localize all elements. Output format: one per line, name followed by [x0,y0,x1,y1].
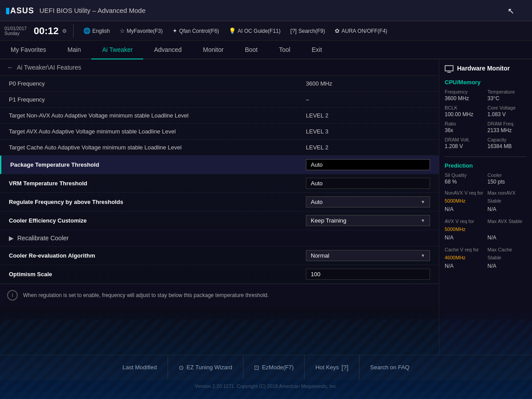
header: ▮ASUS UEFI BIOS Utility – Advanced Mode [0,0,532,21]
reg-freq-arrow-icon: ▼ [421,200,425,204]
nav-ai-tweaker[interactable]: Ai Tweaker [91,41,143,59]
setting-label-p1: P1 Frequency [9,96,306,103]
setting-row-p1: P1 Frequency – [0,92,439,108]
dram-volt-cap-grid: DRAM Volt. Capacity 1.208 V 16384 MB [445,137,527,149]
dram-volt-label: DRAM Volt. [445,137,484,142]
search-button[interactable]: [?] Search(F9) [287,26,329,35]
recalibrate-section-header[interactable]: ▶ Recalibrate Cooler [0,230,439,246]
setting-row-avx: Target AVX Auto Adaptive Voltage minimum… [0,124,439,140]
setting-label-vrm-temp: VRM Temperature Threshold [9,180,306,187]
avx-right-value: N/A [488,235,527,241]
ez-tuning-wizard-button[interactable]: ⊙ EZ Tuning Wizard [168,355,243,379]
last-modified-button[interactable]: Last Modified [112,355,168,379]
capacity-label: Capacity [488,137,527,142]
section-expand-icon: ▶ [9,235,14,242]
version-bar: Version 2.20.1271. Copyright (C) 2018 Am… [0,379,532,392]
avx-right-label: Max AVX Stable [488,219,523,224]
info-icon: i [7,290,18,301]
pkg-temp-input[interactable] [306,159,430,170]
setting-row-cooler-reval[interactable]: Cooler Re-evaluation Algorithm Normal ▼ [0,246,439,265]
cooler-reval-select[interactable]: Normal ▼ [306,250,430,261]
content-area: ← Ai Tweaker\AI Features P0 Frequency 36… [0,59,439,355]
setting-value-p1: – [306,96,430,103]
aioc-button[interactable]: 💡 AI OC Guide(F11) [225,26,284,35]
navbar: My Favorites Main Ai Tweaker Advanced Mo… [0,41,532,59]
breadcrumb[interactable]: ← Ai Tweaker\AI Features [0,59,439,76]
setting-row-vrm-temp[interactable]: VRM Temperature Threshold [0,174,439,193]
dram-freq-value: 2133 MHz [488,127,527,133]
setting-row-pkg-temp[interactable]: Package Temperature Threshold [0,156,439,174]
cache-pred-row: Cache V req for 4600MHz Max Cache Stable… [445,245,527,271]
cpu-freq-temp-grid: Frequency Temperature 3600 MHz 33°C [445,89,527,102]
myfavorite-button[interactable]: ☆ MyFavorite(F3) [116,26,166,35]
setting-label-nonavx: Target Non-AVX Auto Adaptive Voltage min… [9,112,306,119]
setting-label-pkg-temp: Package Temperature Threshold [10,161,306,168]
nav-main[interactable]: Main [57,41,91,59]
setting-label-optimism: Optimism Scale [9,271,306,278]
cache-right-label: Max Cache Stable [488,247,512,260]
search-faq-label: Search on FAQ [370,364,410,371]
hot-keys-label: Hot Keys [315,364,339,371]
reg-freq-select[interactable]: Auto ▼ [306,196,430,207]
optimism-input[interactable] [306,269,430,280]
nav-monitor[interactable]: Monitor [192,41,235,59]
ratio-dram-grid: Ratio DRAM Freq. 36x 2133 MHz [445,121,527,133]
header-title: UEFI BIOS Utility – Advanced Mode [39,7,145,14]
setting-row-reg-freq[interactable]: Regulate Frequency by above Thresholds A… [0,193,439,211]
ratio-value: 36x [445,127,484,133]
temperature-label: Temperature [488,89,527,94]
setting-value-avx: LEVEL 3 [306,128,430,135]
nav-exit[interactable]: Exit [301,41,332,59]
panel-title: Hardware Monitor [457,65,510,72]
dram-freq-label: DRAM Freq. [488,121,527,126]
setting-row-cache: Target Cache Auto Adaptive Voltage minim… [0,140,439,156]
ezmode-button[interactable]: ⊡ EzMode(F7) [243,355,305,379]
qfan-button[interactable]: ✦ Qfan Control(F6) [169,26,223,35]
nav-my-favorites[interactable]: My Favorites [0,41,57,59]
breadcrumb-path: Ai Tweaker\AI Features [17,64,81,71]
cache-right-value: N/A [488,263,527,269]
aura-icon: ✿ [335,27,340,34]
nav-advanced[interactable]: Advanced [143,41,192,59]
setting-row-optimism[interactable]: Optimism Scale [0,265,439,284]
avx-pred-row: AVX V req for 5000MHz Max AVX Stable N/A… [445,217,527,243]
panel-divider [445,156,527,157]
cpu-memory-section-title: CPU/Memory [445,79,527,86]
capacity-value: 16384 MB [488,143,527,149]
avx-label: AVX V req for [445,219,474,224]
aioc-icon: 💡 [229,27,236,34]
qfan-icon: ✦ [172,27,177,34]
cooler-eff-select[interactable]: Keep Training ▼ [306,215,430,226]
cooler-reval-arrow-icon: ▼ [421,253,425,258]
vrm-temp-input[interactable] [306,178,430,189]
cache-left-value: N/A [445,263,484,269]
nav-boot[interactable]: Boot [234,41,268,59]
nav-tool[interactable]: Tool [268,41,301,59]
cache-label: Cache V req for [445,247,479,252]
ratio-label: Ratio [445,121,484,126]
language-button[interactable]: 🌐 English [80,26,113,35]
breadcrumb-arrow[interactable]: ← [7,64,13,71]
monitor-icon [445,65,454,71]
version-text: Version 2.20.1271. Copyright (C) 2018 Am… [195,383,337,389]
avx-left-value: N/A [445,235,484,241]
temperature-value: 33°C [488,95,527,102]
aura-button[interactable]: ✿ AURA ON/OFF(F4) [331,26,391,35]
bclk-value: 100.00 MHz [445,111,484,117]
clock-gear-icon[interactable]: ⚙ [62,28,67,34]
setting-label-p0: P0 Frequency [9,80,306,87]
sil-quality-label: Sil Quality [445,172,484,178]
setting-row-nonavx: Target Non-AVX Auto Adaptive Voltage min… [0,108,439,124]
panel-header: Hardware Monitor [445,65,527,72]
myfavorite-icon: ☆ [120,27,125,34]
setting-row-cooler-eff[interactable]: Cooler Efficiency Customize Keep Trainin… [0,211,439,230]
language-icon: 🌐 [83,27,90,34]
cooler-label: Cooler [488,172,527,178]
setting-label-avx: Target AVX Auto Adaptive Voltage minimum… [9,128,306,135]
core-voltage-value: 1.083 V [488,111,527,117]
nonavx-pred-row: NonAVX V req for 5000MHz Max nonAVX Stab… [445,188,527,214]
toolbar: 01/01/2017 Sunday 00:12 ⚙ 🌐 English ☆ My… [0,21,532,41]
hot-keys-button[interactable]: Hot Keys [?] [305,355,359,379]
search-faq-button[interactable]: Search on FAQ [360,355,420,379]
ezmode-icon: ⊡ [254,364,259,371]
